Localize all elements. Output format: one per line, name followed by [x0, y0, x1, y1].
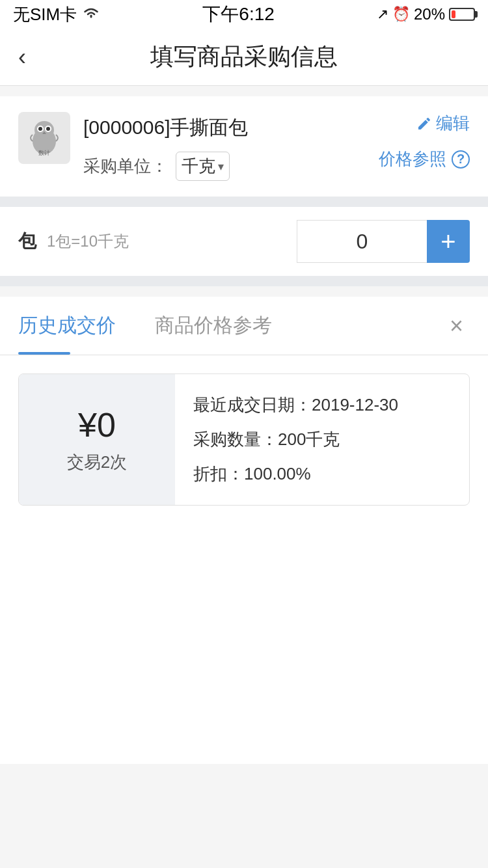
product-name: [0000006]手撕面包	[83, 115, 248, 141]
history-price-panel: ¥0 交易2次	[19, 374, 175, 505]
history-trade-count: 交易2次	[67, 451, 127, 474]
owl-logo-icon: 数计	[25, 118, 64, 157]
tab-underline	[18, 352, 70, 355]
edit-icon	[416, 116, 432, 131]
product-left: 数计 [0000006]手撕面包 采购单位： 千克 ▾	[18, 112, 248, 181]
quantity-unit-label: 包	[18, 229, 36, 254]
main-content: ¥0 交易2次 最近成交日期：2019-12-30 采购数量：200千克 折扣：…	[0, 373, 488, 764]
unit-label: 采购单位：	[83, 155, 168, 178]
svg-point-5	[46, 127, 50, 131]
tab-price-reference[interactable]: 商品价格参考	[155, 297, 272, 355]
page-title: 填写商品采购信息	[150, 41, 338, 73]
price-ref-button[interactable]: 价格参照 ?	[379, 148, 470, 170]
status-time: 下午6:12	[202, 2, 275, 27]
tab-history-price[interactable]: 历史成交价	[18, 297, 116, 355]
section-divider	[0, 197, 488, 207]
quantity-row: 包 1包=10千克 +	[0, 207, 488, 276]
unit-select-container[interactable]: 千克 ▾	[176, 152, 230, 181]
battery-percent: 20%	[414, 5, 445, 23]
quantity-plus-button[interactable]: +	[427, 220, 470, 263]
svg-point-4	[38, 127, 42, 131]
svg-text:数计: 数计	[38, 150, 50, 156]
tabs-section: 历史成交价 商品价格参考 × ¥0 交易2次 最近成交日期：2019-12-30…	[0, 297, 488, 764]
tab-section-divider	[0, 276, 488, 286]
history-price-value: ¥0	[78, 405, 116, 444]
status-left: 无SIM卡	[13, 3, 100, 26]
product-header: 数计 [0000006]手撕面包 采购单位： 千克 ▾ 编辑	[18, 112, 470, 181]
price-ref-help-icon: ?	[452, 150, 470, 169]
product-unit-row: 采购单位： 千克 ▾	[83, 152, 248, 181]
status-right: ↗ ⏰ 20%	[377, 5, 475, 23]
unit-dropdown-icon: ▾	[218, 159, 224, 174]
status-bar: 无SIM卡 下午6:12 ↗ ⏰ 20%	[0, 0, 488, 29]
back-button[interactable]: ‹	[18, 44, 26, 71]
product-actions: 编辑 价格参照 ?	[379, 112, 470, 170]
history-details-panel: 最近成交日期：2019-12-30 采购数量：200千克 折扣：100.00%	[175, 374, 469, 505]
tabs-header: 历史成交价 商品价格参考 ×	[0, 297, 488, 355]
edit-button[interactable]: 编辑	[416, 112, 470, 135]
unit-select-text: 千克	[182, 155, 215, 178]
product-card: 数计 [0000006]手撕面包 采购单位： 千克 ▾ 编辑	[0, 96, 488, 197]
quantity-input-group: +	[297, 220, 470, 263]
tab-close-button[interactable]: ×	[443, 306, 470, 346]
quantity-sub-label: 1包=10千克	[47, 231, 286, 252]
quantity-input[interactable]	[297, 220, 427, 263]
nav-bar: ‹ 填写商品采购信息	[0, 29, 488, 86]
product-image: 数计	[18, 112, 70, 164]
product-info: [0000006]手撕面包 采购单位： 千克 ▾	[83, 112, 248, 181]
alarm-icon: ⏰	[392, 6, 410, 23]
wifi-icon	[82, 5, 100, 25]
carrier-text: 无SIM卡	[13, 3, 77, 26]
history-card: ¥0 交易2次 最近成交日期：2019-12-30 采购数量：200千克 折扣：…	[18, 373, 470, 506]
history-discount-row: 折扣：100.00%	[193, 461, 451, 487]
history-purchase-qty-row: 采购数量：200千克	[193, 427, 451, 452]
battery-indicator	[449, 8, 475, 21]
location-icon: ↗	[377, 6, 388, 23]
history-recent-date-row: 最近成交日期：2019-12-30	[193, 392, 451, 418]
